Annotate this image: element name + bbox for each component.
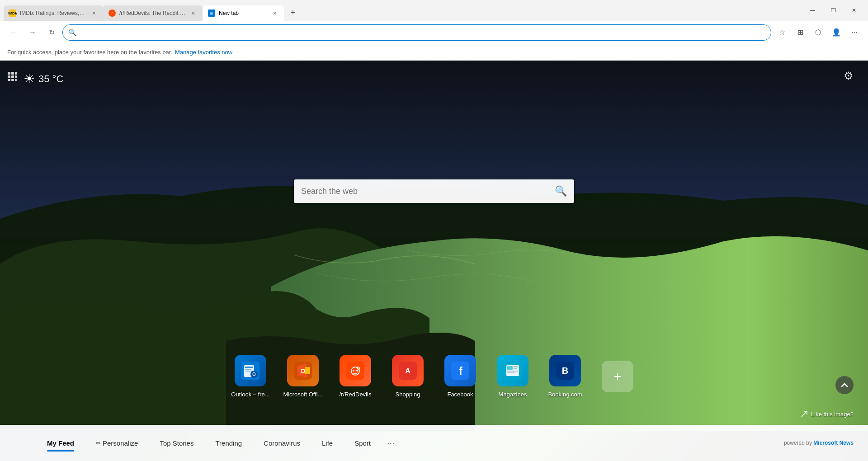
maximize-button[interactable]: ❐ (823, 3, 844, 18)
new-tab-page: ☀ 35 °C ⚙ 🔍 (0, 61, 868, 461)
quicklink-booking[interactable]: B Booking.com (542, 355, 588, 398)
svg-rect-2 (11, 72, 14, 75)
quicklink-label-office: Microsoft Offi... (283, 391, 322, 398)
add-shortcut-icon: + (602, 361, 633, 392)
tab-favicon-imdb: IMDb (9, 9, 16, 17)
quicklink-facebook[interactable]: f Facebook (438, 355, 483, 398)
scroll-up-button[interactable] (835, 376, 854, 394)
news-tab-life[interactable]: Life (311, 436, 344, 451)
personalize-icon: ✏ (96, 440, 101, 447)
svg-rect-7 (8, 79, 10, 81)
tab-imdb[interactable]: IMDb IMDb: Ratings, Reviews, and Wh... ✕ (4, 5, 103, 21)
svg-text:A: A (405, 367, 410, 375)
address-input[interactable] (80, 29, 765, 36)
quicklink-magazines[interactable]: Magazines (490, 355, 535, 398)
svg-rect-6 (15, 75, 17, 78)
new-tab-button[interactable]: + (286, 5, 300, 20)
profile-button[interactable]: 👤 (828, 24, 844, 41)
quicklink-label-facebook: Facebook (447, 391, 473, 398)
quicklink-icon-magazines (497, 355, 528, 386)
quicklink-icon-aliexpress: A (392, 355, 424, 386)
svg-rect-8 (11, 79, 14, 81)
svg-rect-14 (245, 371, 252, 372)
tab-reddit[interactable]: r /r/RedDevils: The Reddit home f... ✕ (103, 5, 203, 21)
news-tab-topstories[interactable]: Top Stories (149, 436, 204, 451)
search-icon: 🔍 (68, 28, 77, 37)
settings-button[interactable]: ⚙ (844, 70, 854, 82)
tab-newtab[interactable]: ⊞ New tab ✕ (203, 5, 284, 21)
favorites-star-button[interactable]: ☆ (774, 24, 790, 41)
svg-text:O: O (301, 367, 306, 375)
quicklink-label-reddit: /r/RedDevils (340, 391, 372, 398)
svg-rect-36 (514, 368, 517, 369)
tab-close-reddit[interactable]: ✕ (189, 9, 197, 17)
svg-point-27 (358, 367, 359, 369)
weather-temperature: 35 °C (38, 73, 63, 85)
svg-rect-12 (245, 367, 253, 368)
back-button[interactable]: ← (5, 24, 22, 41)
tab-favicon-reddit: r (108, 9, 116, 17)
svg-rect-1 (8, 72, 10, 75)
quicklink-label-magazines: Magazines (499, 391, 527, 398)
window-controls: — ❐ ✕ (802, 3, 864, 18)
quicklink-icon-office: O (287, 355, 319, 386)
tab-close-imdb[interactable]: ✕ (90, 9, 98, 17)
app-grid-button[interactable] (7, 71, 17, 84)
svg-rect-35 (514, 366, 518, 367)
search-input[interactable] (301, 187, 549, 196)
news-tab-myfeed[interactable]: My Feed (36, 436, 85, 451)
like-image-text: Like this image? (811, 411, 854, 418)
svg-rect-34 (507, 366, 513, 370)
news-tab-coronavirus[interactable]: Coronavirus (253, 436, 311, 451)
svg-point-24 (353, 370, 354, 372)
favorites-bar-message: For quick access, place your favorites h… (7, 49, 172, 56)
quicklink-outlook[interactable]: O Outlook – fre... (228, 355, 273, 398)
news-tab-sport[interactable]: Sport (344, 436, 382, 451)
svg-rect-4 (8, 75, 10, 78)
quicklink-label-booking: Booking.com (548, 391, 582, 398)
svg-text:B: B (562, 366, 568, 376)
quicklink-icon-facebook: f (444, 355, 476, 386)
svg-rect-3 (15, 72, 17, 75)
quicklink-icon-reddit (340, 355, 371, 386)
svg-text:f: f (459, 365, 463, 377)
svg-rect-13 (245, 369, 251, 370)
collections-button[interactable]: ⬡ (810, 24, 826, 41)
quicklink-office[interactable]: O Microsoft Offi... (280, 355, 326, 398)
quick-links: O Outlook – fre... O Microsoft Offi... (228, 355, 640, 398)
news-bar: My Feed ✏ Personalize Top Stories Trendi… (0, 425, 868, 461)
quicklink-aliexpress[interactable]: A Shopping (385, 355, 430, 398)
manage-favorites-link[interactable]: Manage favorites now (175, 49, 232, 56)
weather-widget: ☀ 35 °C (24, 71, 63, 86)
svg-rect-19 (305, 367, 310, 374)
forward-button[interactable]: → (24, 24, 41, 41)
tab-close-newtab[interactable]: ✕ (270, 9, 278, 17)
tab-title-reddit: /r/RedDevils: The Reddit home f... (119, 10, 185, 16)
close-button[interactable]: ✕ (844, 3, 864, 18)
news-more-button[interactable]: ··· (382, 434, 400, 452)
search-submit-icon[interactable]: 🔍 (555, 185, 567, 197)
favorites-bar: For quick access, place your favorites h… (0, 44, 868, 61)
minimize-button[interactable]: — (802, 3, 823, 18)
svg-text:O: O (252, 372, 256, 377)
more-button[interactable]: ··· (846, 24, 863, 41)
address-bar[interactable]: 🔍 (62, 24, 771, 41)
powered-by: powered by Microsoft News (784, 440, 868, 446)
add-shortcut[interactable]: + (595, 361, 640, 392)
refresh-button[interactable]: ↻ (43, 24, 60, 41)
svg-line-41 (802, 411, 807, 417)
news-tabs: My Feed ✏ Personalize Top Stories Trendi… (0, 434, 784, 452)
svg-rect-38 (507, 372, 515, 373)
search-box: 🔍 (294, 179, 574, 203)
svg-rect-5 (11, 75, 14, 78)
quicklink-reddit[interactable]: /r/RedDevils (333, 355, 378, 398)
quicklink-label-aliexpress: Shopping (396, 391, 420, 398)
quicklink-label-outlook: Outlook – fre... (231, 391, 269, 398)
reading-list-button[interactable]: ⊞ (792, 24, 808, 41)
svg-rect-37 (507, 371, 518, 372)
like-image-button[interactable]: Like this image? (800, 410, 854, 418)
quicklink-icon-booking: B (549, 355, 581, 386)
news-tab-personalize[interactable]: ✏ Personalize (85, 436, 149, 451)
news-tab-trending[interactable]: Trending (204, 436, 253, 451)
quicklink-icon-outlook: O (235, 355, 266, 386)
